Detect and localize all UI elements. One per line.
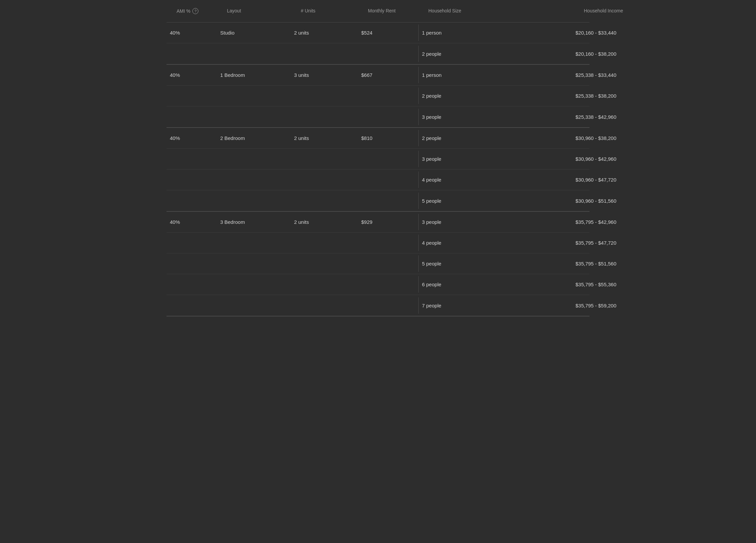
table-row: 40%2 Bedroom2 units$8102 people$30,960 -…: [167, 128, 589, 149]
cell-ami: 40%: [167, 24, 217, 41]
cell-rent: [358, 279, 418, 290]
cell-ami: [167, 48, 217, 59]
cell-units: [291, 111, 358, 122]
cell-household-size: 7 people: [418, 297, 526, 314]
cell-household-income: $25,338 - $38,200: [526, 88, 620, 104]
cell-household-income: $25,338 - $42,960: [526, 109, 620, 125]
cell-household-size: 3 people: [418, 214, 526, 230]
cell-units: [291, 154, 358, 164]
cell-ami: [167, 258, 217, 269]
cell-units: [291, 279, 358, 290]
cell-household-income: $35,795 - $47,720: [526, 235, 620, 251]
cell-units: [291, 238, 358, 248]
cell-layout: [217, 111, 291, 122]
header-household-size: Household Size: [425, 5, 532, 17]
cell-rent: [358, 48, 418, 59]
rental-table: AMI % ? Layout # Units Monthly Rent Hous…: [167, 0, 589, 316]
cell-units: [291, 258, 358, 269]
table-row: 4 people$35,795 - $47,720: [167, 233, 589, 253]
cell-rent: $929: [358, 214, 418, 230]
cell-layout: 3 Bedroom: [217, 214, 291, 230]
cell-layout: 2 Bedroom: [217, 130, 291, 146]
header-household-income: Household Income: [532, 5, 626, 17]
row-group-1: 40%1 Bedroom3 units$6671 person$25,338 -…: [167, 65, 589, 128]
table-row: 2 people$20,160 - $38,200: [167, 43, 589, 64]
header-layout: Layout: [224, 5, 297, 17]
cell-household-income: $20,160 - $38,200: [526, 46, 620, 62]
cell-ami: 40%: [167, 67, 217, 83]
cell-ami: [167, 300, 217, 311]
cell-household-size: 6 people: [418, 276, 526, 293]
cell-ami: [167, 238, 217, 248]
cell-rent: $810: [358, 130, 418, 146]
cell-household-size: 1 person: [418, 24, 526, 41]
cell-ami: [167, 175, 217, 185]
cell-household-income: $35,795 - $59,200: [526, 297, 620, 314]
cell-ami: [167, 91, 217, 101]
cell-household-size: 1 person: [418, 67, 526, 83]
cell-rent: [358, 195, 418, 206]
cell-layout: Studio: [217, 24, 291, 41]
cell-household-income: $30,960 - $42,960: [526, 151, 620, 167]
cell-units: [291, 195, 358, 206]
cell-units: [291, 175, 358, 185]
cell-household-income: $30,960 - $47,720: [526, 171, 620, 188]
cell-rent: [358, 258, 418, 269]
cell-layout: [217, 154, 291, 164]
table-row: 3 people$25,338 - $42,960: [167, 106, 589, 127]
cell-units: [291, 300, 358, 311]
ami-help-icon[interactable]: ?: [192, 8, 198, 14]
cell-ami: 40%: [167, 130, 217, 146]
table-row: 3 people$30,960 - $42,960: [167, 149, 589, 169]
cell-household-size: 2 people: [418, 88, 526, 104]
cell-household-income: $20,160 - $33,440: [526, 24, 620, 41]
cell-layout: [217, 48, 291, 59]
table-row: 6 people$35,795 - $55,360: [167, 274, 589, 295]
cell-ami: [167, 154, 217, 164]
row-group-0: 40%Studio2 units$5241 person$20,160 - $3…: [167, 22, 589, 65]
cell-household-size: 3 people: [418, 151, 526, 167]
cell-layout: [217, 238, 291, 248]
cell-household-income: $30,960 - $51,560: [526, 193, 620, 209]
header-ami: AMI % ?: [173, 5, 224, 17]
cell-units: 2 units: [291, 130, 358, 146]
table-header: AMI % ? Layout # Units Monthly Rent Hous…: [167, 0, 589, 22]
cell-layout: [217, 300, 291, 311]
table-row: 2 people$25,338 - $38,200: [167, 86, 589, 106]
cell-rent: [358, 175, 418, 185]
table-row: 5 people$35,795 - $51,560: [167, 253, 589, 274]
cell-units: 2 units: [291, 214, 358, 230]
cell-household-income: $25,338 - $33,440: [526, 67, 620, 83]
table-row: 40%Studio2 units$5241 person$20,160 - $3…: [167, 22, 589, 43]
row-group-3: 40%3 Bedroom2 units$9293 people$35,795 -…: [167, 212, 589, 316]
cell-household-income: $35,795 - $51,560: [526, 255, 620, 272]
cell-household-income: $35,795 - $55,360: [526, 276, 620, 293]
table-row: 40%1 Bedroom3 units$6671 person$25,338 -…: [167, 65, 589, 86]
cell-rent: [358, 91, 418, 101]
cell-ami: [167, 195, 217, 206]
cell-rent: $524: [358, 24, 418, 41]
cell-layout: [217, 195, 291, 206]
cell-household-size: 4 people: [418, 235, 526, 251]
cell-units: 2 units: [291, 24, 358, 41]
cell-household-size: 3 people: [418, 109, 526, 125]
cell-layout: [217, 279, 291, 290]
table-row: 5 people$30,960 - $51,560: [167, 190, 589, 211]
cell-ami: [167, 279, 217, 290]
cell-units: [291, 48, 358, 59]
cell-layout: [217, 91, 291, 101]
ami-label: AMI %: [177, 8, 190, 14]
cell-rent: [358, 111, 418, 122]
cell-units: [291, 91, 358, 101]
cell-rent: [358, 154, 418, 164]
cell-rent: $667: [358, 67, 418, 83]
cell-layout: 1 Bedroom: [217, 67, 291, 83]
cell-rent: [358, 300, 418, 311]
table-body: 40%Studio2 units$5241 person$20,160 - $3…: [167, 22, 589, 316]
cell-household-size: 5 people: [418, 193, 526, 209]
table-row: 40%3 Bedroom2 units$9293 people$35,795 -…: [167, 212, 589, 233]
cell-ami: 40%: [167, 214, 217, 230]
table-row: 4 people$30,960 - $47,720: [167, 169, 589, 190]
cell-ami: [167, 111, 217, 122]
cell-household-size: 2 people: [418, 46, 526, 62]
